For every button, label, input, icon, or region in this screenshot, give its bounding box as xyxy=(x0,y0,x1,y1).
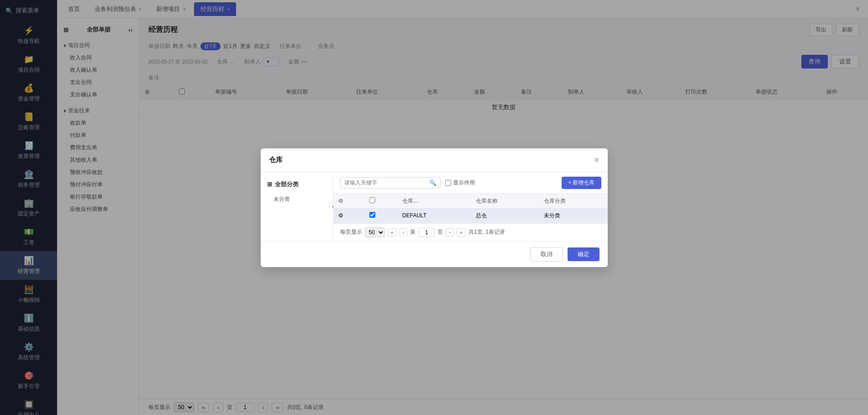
modal-overlay[interactable]: 仓库 × ⊞ 全部分类 未分类 ‹ xyxy=(0,0,868,415)
row-checkbox[interactable] xyxy=(365,208,398,223)
row-name: 总仓 xyxy=(471,208,539,223)
modal-table-wrap: ⚙ 仓库... 仓库名称 仓库分类 ⚙ DEFAULT xyxy=(334,194,608,223)
modal-search-box: 🔍 xyxy=(340,177,441,189)
modal-toolbar: 🔍 显示停用 + 新增仓库 xyxy=(334,172,608,194)
modal-category-panel: ⊞ 全部分类 未分类 ‹ xyxy=(261,172,334,241)
grid-icon2: ⊞ xyxy=(267,181,272,188)
modal-cat-unclassified[interactable]: 未分类 xyxy=(261,192,333,206)
modal-col-gear[interactable]: ⚙ xyxy=(334,194,365,209)
row-category: 未分类 xyxy=(539,208,607,223)
modal-header: 仓库 × xyxy=(261,148,608,172)
all-categories-label: 全部分类 xyxy=(275,180,299,189)
modal-col-category: 仓库分类 xyxy=(539,194,607,209)
show-disabled-label[interactable]: 显示停用 xyxy=(445,179,475,187)
show-disabled-checkbox[interactable] xyxy=(445,180,451,186)
row-select-checkbox[interactable] xyxy=(369,212,375,218)
modal-table: ⚙ 仓库... 仓库名称 仓库分类 ⚙ DEFAULT xyxy=(334,194,608,223)
modal-right-panel: 🔍 显示停用 + 新增仓库 ⚙ xyxy=(334,172,608,241)
modal-close-button[interactable]: × xyxy=(594,155,600,165)
modal-body: ⊞ 全部分类 未分类 ‹ 🔍 显示停用 xyxy=(261,172,608,241)
modal-col-checkbox[interactable] xyxy=(365,194,398,209)
search-icon2: 🔍 xyxy=(429,179,437,186)
modal-search-input[interactable] xyxy=(344,179,426,186)
modal-footer: 取消 确定 xyxy=(261,241,608,267)
modal-total-label: 共1页, 1条记录 xyxy=(468,228,505,236)
modal-per-page-select[interactable]: 50 xyxy=(365,227,385,237)
modal-page-input[interactable] xyxy=(418,228,435,237)
modal-select-all[interactable] xyxy=(369,197,375,203)
modal-next-page[interactable]: › xyxy=(446,228,454,236)
modal-title: 仓库 xyxy=(269,156,283,164)
modal-page-suffix: 页 xyxy=(437,228,443,236)
row-code: DEFAULT xyxy=(398,208,471,223)
modal-confirm-button[interactable]: 确定 xyxy=(568,247,600,261)
modal-cancel-button[interactable]: 取消 xyxy=(530,247,563,262)
modal-per-page-label: 每页显示 xyxy=(340,228,362,236)
modal-pagination: 每页显示 50 « ‹ 第 页 › » 共1页, 1条记录 xyxy=(334,223,608,241)
modal-prev-page[interactable]: ‹ xyxy=(400,228,408,236)
modal-table-row[interactable]: ⚙ DEFAULT 总仓 未分类 xyxy=(334,208,608,223)
modal-col-code: 仓库... xyxy=(398,194,471,209)
unclassified-label: 未分类 xyxy=(274,196,290,202)
add-warehouse-button[interactable]: + 新增仓库 xyxy=(562,177,601,189)
warehouse-modal: 仓库 × ⊞ 全部分类 未分类 ‹ xyxy=(261,148,608,267)
modal-all-categories[interactable]: ⊞ 全部分类 xyxy=(261,177,333,192)
modal-panel-collapse[interactable]: ‹ xyxy=(329,202,334,211)
modal-last-page[interactable]: » xyxy=(457,228,466,236)
modal-first-page[interactable]: « xyxy=(388,228,397,236)
modal-col-name: 仓库名称 xyxy=(471,194,539,209)
modal-page-label: 第 xyxy=(410,228,416,236)
row-gear: ⚙ xyxy=(334,208,365,223)
